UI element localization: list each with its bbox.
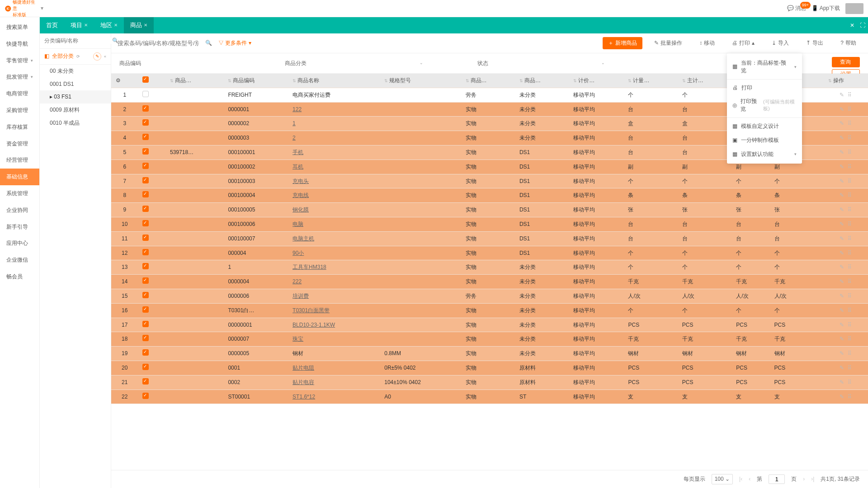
sidebar-item[interactable]: 电商管理: [0, 85, 39, 102]
edit-row-icon[interactable]: ✎: [840, 163, 844, 171]
tree-search-input[interactable]: [44, 38, 112, 44]
search-icon[interactable]: 🔍: [205, 39, 212, 47]
more-row-icon[interactable]: ⠿: [848, 178, 852, 185]
edit-row-icon[interactable]: ✎: [840, 307, 844, 314]
product-name-link[interactable]: 培训费: [292, 293, 309, 299]
product-name-link[interactable]: T0301白面黑带: [292, 307, 330, 314]
fullscreen-icon[interactable]: ⛶: [860, 22, 865, 29]
row-checkbox[interactable]: [142, 91, 149, 97]
product-name-link[interactable]: 工具车HM318: [292, 264, 326, 270]
more-row-icon[interactable]: ⠿: [848, 364, 852, 372]
edit-row-icon[interactable]: ✎: [840, 235, 844, 243]
filter-status-select[interactable]: ⌄: [496, 58, 605, 68]
row-checkbox[interactable]: [142, 349, 149, 356]
sidebar-item[interactable]: 搜索菜单: [0, 19, 39, 36]
edit-row-icon[interactable]: ✎: [840, 120, 844, 127]
more-row-icon[interactable]: ⠿: [848, 134, 852, 142]
edit-row-icon[interactable]: ✎: [840, 321, 844, 329]
close-icon[interactable]: ✕: [84, 22, 88, 28]
product-name-link[interactable]: 2: [292, 135, 296, 141]
dd-current-template[interactable]: ▦ 当前：商品标签-预览▾: [727, 56, 802, 78]
sidebar-item[interactable]: 零售管理▾: [0, 52, 39, 69]
add-product-button[interactable]: ＋ 新增商品: [603, 37, 642, 49]
edit-row-icon[interactable]: ✎: [840, 91, 844, 99]
sidebar-item[interactable]: 应用中心: [0, 235, 39, 252]
product-name-link[interactable]: 充电线: [292, 192, 309, 198]
org-selector[interactable]: ▾: [36, 5, 787, 12]
table-row[interactable]: 7000100003充电头实物DS1移动平均个个个个✎⠿: [111, 174, 868, 188]
filter-class-select[interactable]: ⌄: [315, 58, 423, 68]
table-row[interactable]: 1200000490小实物DS1移动平均个个个个✎⠿: [111, 246, 868, 260]
table-row[interactable]: 140000004222实物未分类移动平均千克千克千克千克✎⠿: [111, 275, 868, 289]
tree-item[interactable]: ▸ 03 FS1: [40, 90, 111, 103]
sidebar-item[interactable]: 采购管理: [0, 102, 39, 119]
edit-row-icon[interactable]: ✎: [840, 134, 844, 142]
product-name-link[interactable]: 222: [292, 278, 302, 285]
grid-search-input[interactable]: [118, 40, 199, 47]
column-header[interactable]: ⇅计价…: [569, 74, 623, 88]
tree-item[interactable]: 00 未分类: [40, 65, 111, 78]
edit-row-icon[interactable]: ✎: [840, 149, 844, 156]
query-button[interactable]: 查询: [832, 57, 860, 67]
tree-item[interactable]: 0010 半成品: [40, 117, 111, 130]
column-header[interactable]: ⚙: [111, 74, 138, 88]
product-name-link[interactable]: 电脑: [292, 221, 303, 227]
table-row[interactable]: 16T0301白…T0301白面黑带实物未分类移动平均个个个个✎⠿: [111, 303, 868, 318]
tab[interactable]: 地区✕: [94, 17, 124, 33]
row-checkbox[interactable]: [142, 249, 149, 255]
table-row[interactable]: 131工具车HM318实物未分类移动平均个个个个✎⠿: [111, 260, 868, 275]
product-name-link[interactable]: BLD10-23-1.1KW: [292, 322, 335, 328]
row-checkbox[interactable]: [142, 393, 149, 399]
more-row-icon[interactable]: ⠿: [848, 278, 852, 286]
row-checkbox[interactable]: [142, 235, 149, 241]
app-download-link[interactable]: 📱 App下载: [811, 5, 840, 12]
table-row[interactable]: 9000100005钢化膜实物DS1移动平均张张张张✎⠿: [111, 203, 868, 217]
column-header[interactable]: ⇅商品…: [461, 74, 515, 88]
collapse-tree-icon[interactable]: «: [104, 54, 106, 60]
product-name-link[interactable]: 耳机: [292, 164, 303, 170]
more-row-icon[interactable]: ⠿: [848, 163, 852, 171]
dd-quick-template[interactable]: ▣ 一分钟制作模板: [727, 133, 802, 147]
product-name-link[interactable]: 贴片电阻: [292, 365, 314, 371]
page-input[interactable]: [769, 474, 785, 484]
table-row[interactable]: 210002贴片电容104±10% 0402实物原材料移动平均PCSPCSPCS…: [111, 375, 868, 389]
sidebar-item[interactable]: 畅会员: [0, 268, 39, 285]
close-icon[interactable]: ✕: [114, 22, 118, 28]
more-row-icon[interactable]: ⠿: [848, 206, 852, 214]
edit-row-icon[interactable]: ✎: [840, 263, 844, 271]
product-name-link[interactable]: 贴片电容: [292, 379, 314, 385]
export-button[interactable]: ⤒ 导出: [801, 37, 829, 49]
messages-link[interactable]: 💬 消息: [787, 5, 806, 12]
first-page-icon[interactable]: |‹: [739, 475, 742, 483]
prev-page-icon[interactable]: ‹: [749, 475, 750, 483]
table-row[interactable]: 180000007珠宝实物未分类移动平均千克千克千克千克✎⠿: [111, 332, 868, 347]
edit-row-icon[interactable]: ✎: [840, 192, 844, 199]
more-row-icon[interactable]: ⠿: [848, 120, 852, 127]
more-filters-link[interactable]: ▽ 更多条件 ▾: [218, 39, 251, 47]
more-row-icon[interactable]: ⠿: [848, 321, 852, 329]
move-button[interactable]: ↕ 移动: [694, 37, 720, 49]
tree-item[interactable]: 0001 DS1: [40, 78, 111, 91]
last-page-icon[interactable]: ›|: [811, 475, 814, 483]
avatar[interactable]: [845, 3, 863, 14]
more-row-icon[interactable]: ⠿: [848, 106, 852, 113]
table-row[interactable]: 10000100006电脑实物DS1移动平均台台台台✎⠿: [111, 217, 868, 231]
more-row-icon[interactable]: ⠿: [848, 263, 852, 271]
row-checkbox[interactable]: [142, 163, 149, 169]
product-name-link[interactable]: 90小: [292, 250, 304, 256]
more-row-icon[interactable]: ⠿: [848, 292, 852, 300]
edit-row-icon[interactable]: ✎: [840, 350, 844, 357]
row-checkbox[interactable]: [142, 277, 149, 284]
sidebar-item[interactable]: 企业协同: [0, 202, 39, 219]
edit-tree-icon[interactable]: ✎: [93, 52, 101, 61]
edit-row-icon[interactable]: ✎: [840, 379, 844, 386]
product-name-link[interactable]: 手机: [292, 149, 303, 155]
table-row[interactable]: 8000100004充电线实物DS1移动平均条条条条✎⠿: [111, 188, 868, 203]
more-row-icon[interactable]: ⠿: [848, 235, 852, 243]
row-checkbox[interactable]: [142, 364, 149, 370]
more-row-icon[interactable]: ⠿: [848, 393, 852, 401]
column-header[interactable]: ⇅主计…: [678, 74, 731, 88]
sidebar-item[interactable]: 系统管理: [0, 185, 39, 202]
edit-row-icon[interactable]: ✎: [840, 206, 844, 214]
batch-ops-button[interactable]: ✎ 批量操作: [649, 37, 688, 49]
